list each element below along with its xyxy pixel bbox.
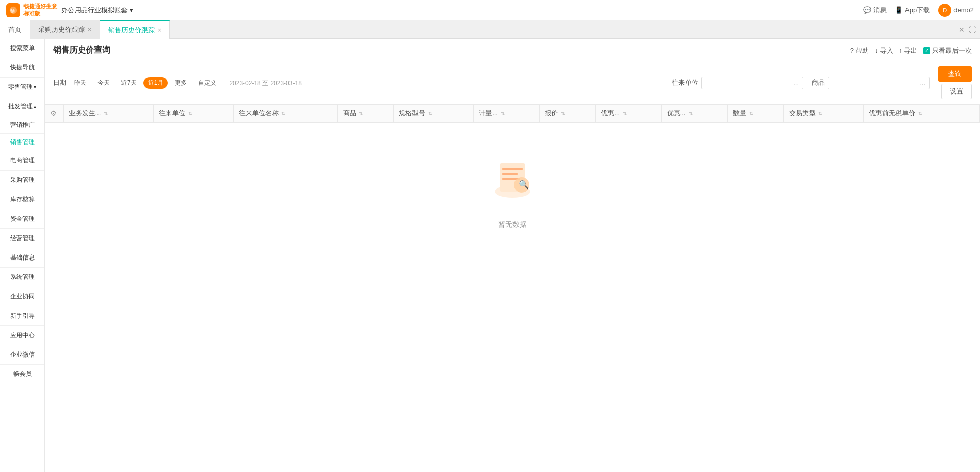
partner-input[interactable]: ...	[701, 77, 803, 89]
th-discount2-label: 优惠...	[667, 109, 686, 117]
import-icon: ↓	[875, 46, 878, 54]
th-partner-code-label: 往来单位	[159, 109, 185, 117]
sort-icon: ⇅	[104, 111, 108, 116]
th-biz-date[interactable]: 业务发生... ⇅	[63, 105, 153, 123]
download-icon: 📱	[895, 6, 903, 14]
sidebar-item-ecommerce[interactable]: 电商管理	[0, 151, 44, 171]
goods-input[interactable]: ...	[828, 77, 930, 89]
date-btn-custom[interactable]: 自定义	[193, 77, 221, 89]
logo-area: 畅 畅捷通好生意 标准版	[6, 3, 57, 17]
help-button[interactable]: ? 帮助	[850, 46, 869, 55]
svg-rect-5	[502, 173, 518, 175]
th-partner-name[interactable]: 往来单位名称 ⇅	[233, 105, 337, 123]
help-icon: ?	[850, 46, 854, 54]
filter-row: 日期 昨天 今天 近7天 近1月 更多 自定义 2023-02-18 至 202…	[53, 66, 972, 99]
th-quote[interactable]: 报价 ⇅	[540, 105, 596, 123]
sidebar-item-newbie[interactable]: 新手引导	[0, 306, 44, 326]
empty-icon: 🔍	[487, 153, 538, 214]
filter-right-actions: 查询 设置	[938, 66, 972, 99]
date-label: 日期	[53, 78, 66, 87]
th-gear[interactable]: ⚙	[45, 105, 63, 123]
sidebar-item-enterprise-wechat[interactable]: 企业微信	[0, 345, 44, 365]
sidebar-item-sales[interactable]: 销售管理	[0, 134, 44, 151]
sidebar-item-basic[interactable]: 基础信息	[0, 248, 44, 268]
tab-bar-actions: ✕ ⛶	[959, 26, 980, 34]
tab-purchase-history[interactable]: 采购历史价跟踪 ×	[30, 20, 100, 39]
goods-dots-icon: ...	[920, 79, 925, 87]
topbar: 畅 畅捷通好生意 标准版 办公用品行业模拟账套 ▾ 💬 消息 📱 App下载 D…	[0, 0, 980, 20]
data-table: ⚙ 业务发生... ⇅ 往来单位 ⇅ 往来单位名称 ⇅	[45, 105, 980, 123]
sidebar-item-shortcut[interactable]: 快捷导航	[0, 58, 44, 78]
gear-icon[interactable]: ⚙	[50, 109, 57, 117]
only-last-checkbox[interactable]: ✓ 只看最后一次	[923, 46, 972, 55]
partner-dots-icon: ...	[793, 79, 799, 87]
chevron-down-icon: ▾	[130, 6, 133, 14]
svg-text:畅: 畅	[10, 8, 15, 13]
th-quote-label: 报价	[545, 109, 558, 117]
sidebar-item-finance[interactable]: 资金管理	[0, 209, 44, 229]
date-filter-field: 日期 昨天 今天 近7天 近1月 更多 自定义	[53, 77, 221, 89]
topbar-right: 💬 消息 📱 App下载 D demo2	[863, 4, 974, 17]
page-title: 销售历史价查询	[53, 45, 110, 56]
partner-label: 往来单位	[672, 78, 698, 87]
th-unit-label: 计量...	[479, 109, 498, 117]
sidebar-item-purchase[interactable]: 采购管理	[0, 171, 44, 190]
sort-icon: ⇅	[749, 111, 753, 116]
sidebar-item-retail[interactable]: 零售管理 ▾	[0, 78, 44, 97]
th-qty[interactable]: 数量 ⇅	[727, 105, 783, 123]
th-goods-label: 商品	[343, 109, 356, 117]
sidebar-item-enterprise-collab[interactable]: 企业协同	[0, 287, 44, 306]
sidebar-item-operations[interactable]: 经营管理	[0, 229, 44, 248]
th-biz-date-label: 业务发生...	[69, 109, 101, 117]
empty-text: 暂无数据	[498, 220, 527, 229]
tab-sales-history[interactable]: 销售历史价跟踪 ×	[100, 20, 170, 39]
sidebar: 搜索菜单 快捷导航 零售管理 ▾ 批发管理 ▴ 营销推广 销售管理 电商管理 采…	[0, 39, 45, 472]
th-trade-type[interactable]: 交易类型 ⇅	[783, 105, 864, 123]
tabbar: 首页 采购历史价跟踪 × 销售历史价跟踪 × ✕ ⛶	[0, 20, 980, 39]
logo-icon: 畅	[6, 3, 20, 17]
table-container: ⚙ 业务发生... ⇅ 往来单位 ⇅ 往来单位名称 ⇅	[45, 105, 980, 472]
close-sales-tab-icon[interactable]: ×	[158, 27, 161, 34]
sidebar-item-marketing[interactable]: 营销推广	[0, 116, 44, 134]
message-icon: 💬	[863, 6, 871, 14]
sort-icon: ⇅	[918, 111, 922, 116]
query-button[interactable]: 查询	[938, 66, 972, 82]
date-btn-more[interactable]: 更多	[170, 77, 191, 89]
export-button[interactable]: ↑ 导出	[899, 46, 918, 55]
th-partner-code[interactable]: 往来单位 ⇅	[153, 105, 233, 123]
import-button[interactable]: ↓ 导入	[875, 46, 893, 55]
sidebar-item-member[interactable]: 畅会员	[0, 365, 44, 384]
message-button[interactable]: 💬 消息	[863, 6, 887, 15]
user-menu[interactable]: D demo2	[938, 4, 974, 17]
filter-area: 日期 昨天 今天 近7天 近1月 更多 自定义 2023-02-18 至 202…	[45, 61, 980, 105]
avatar: D	[938, 4, 951, 17]
tab-home[interactable]: 首页	[0, 20, 30, 39]
sidebar-item-wholesale[interactable]: 批发管理 ▴	[0, 97, 44, 116]
th-trade-type-label: 交易类型	[789, 109, 816, 117]
sidebar-item-inventory[interactable]: 库存核算	[0, 190, 44, 209]
th-unit[interactable]: 计量... ⇅	[474, 105, 540, 123]
th-discount2[interactable]: 优惠... ⇅	[662, 105, 727, 123]
app-download-button[interactable]: 📱 App下载	[895, 6, 930, 15]
date-btn-7days[interactable]: 近7天	[116, 77, 141, 89]
th-discount1[interactable]: 优惠... ⇅	[596, 105, 662, 123]
th-goods[interactable]: 商品 ⇅	[337, 105, 394, 123]
page-header-actions: ? 帮助 ↓ 导入 ↑ 导出 ✓ 只看最后一次	[850, 46, 972, 55]
settings-button[interactable]: 设置	[941, 84, 972, 99]
maximize-button[interactable]: ⛶	[969, 26, 976, 34]
date-btn-today[interactable]: 今天	[93, 77, 114, 89]
date-btn-1month[interactable]: 近1月	[143, 77, 168, 89]
close-purchase-tab-icon[interactable]: ×	[88, 26, 91, 33]
sidebar-item-search[interactable]: 搜索菜单	[0, 39, 44, 58]
th-spec[interactable]: 规格型号 ⇅	[394, 105, 474, 123]
sidebar-item-system[interactable]: 系统管理	[0, 268, 44, 287]
date-btn-yesterday[interactable]: 昨天	[69, 77, 91, 89]
date-buttons: 昨天 今天 近7天 近1月 更多 自定义	[69, 77, 221, 89]
sidebar-item-app-center[interactable]: 应用中心	[0, 326, 44, 345]
app-dropdown[interactable]: 办公用品行业模拟账套 ▾	[61, 6, 133, 15]
th-pretax-price[interactable]: 优惠前无税单价 ⇅	[864, 105, 980, 123]
empty-state: 🔍 暂无数据	[45, 123, 980, 260]
content-area: 销售历史价查询 ? 帮助 ↓ 导入 ↑ 导出 ✓ 只看最后一次	[45, 39, 980, 472]
close-all-tabs-button[interactable]: ✕	[959, 26, 965, 34]
th-pretax-price-label: 优惠前无税单价	[869, 109, 915, 117]
